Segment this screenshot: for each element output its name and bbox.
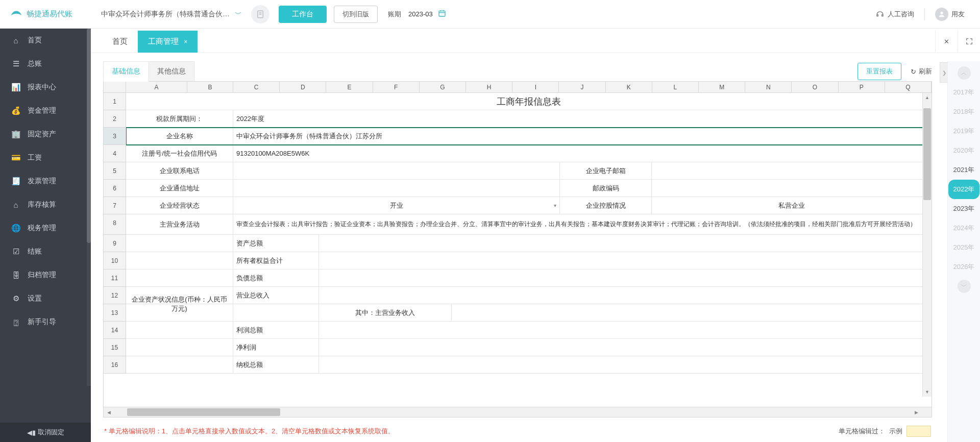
column-header[interactable]: D bbox=[280, 82, 326, 92]
close-all-button[interactable]: ✕ bbox=[935, 30, 958, 53]
nav-guide[interactable]: ⍰新手引导 bbox=[0, 310, 91, 334]
nav-reports[interactable]: 📊报表中心 bbox=[0, 76, 91, 99]
scroll-up-icon[interactable]: ▲ bbox=[923, 93, 932, 102]
unpin-button[interactable]: ◀▮ 取消固定 bbox=[0, 423, 91, 442]
row-header[interactable]: 13 bbox=[104, 304, 126, 322]
value-holding[interactable]: 私营企业 bbox=[652, 197, 932, 214]
reset-report-button[interactable]: 重置报表 bbox=[857, 63, 901, 80]
select-all-corner[interactable] bbox=[104, 82, 126, 92]
value-address[interactable] bbox=[233, 180, 560, 197]
tab-home[interactable]: 首页 bbox=[102, 31, 138, 53]
year-item[interactable]: 2018年 bbox=[948, 102, 980, 121]
row-header[interactable]: 16 bbox=[104, 356, 126, 374]
column-header[interactable]: M bbox=[699, 82, 745, 92]
year-item[interactable]: 2017年 bbox=[948, 83, 980, 102]
row-header[interactable]: 3 bbox=[104, 128, 126, 145]
column-header[interactable]: H bbox=[466, 82, 512, 92]
row-header[interactable]: 10 bbox=[104, 252, 126, 269]
row-header[interactable]: 9 bbox=[104, 235, 126, 252]
column-header[interactable]: C bbox=[233, 82, 280, 92]
user-menu[interactable]: 用友 bbox=[935, 8, 965, 21]
nav-settings[interactable]: ⚙设置 bbox=[0, 287, 91, 310]
column-header[interactable]: E bbox=[326, 82, 373, 92]
value-label-total-tax[interactable] bbox=[319, 356, 932, 373]
label-main-biz[interactable]: 主营业务活动 bbox=[126, 214, 233, 234]
label-total-tax[interactable]: 纳税总额 bbox=[233, 356, 319, 373]
label-liabilities[interactable]: 负债总额 bbox=[233, 269, 319, 286]
year-up-button[interactable]: ︿ bbox=[958, 66, 971, 80]
label-total-revenue[interactable]: 营业总收入 bbox=[233, 287, 319, 304]
column-header[interactable]: B bbox=[187, 82, 233, 92]
column-header[interactable]: A bbox=[126, 82, 187, 92]
row-header[interactable]: 8 bbox=[104, 214, 126, 235]
year-down-button[interactable]: ﹀ bbox=[958, 280, 971, 293]
row-header[interactable]: 7 bbox=[104, 197, 126, 214]
year-item[interactable]: 2022年 bbox=[948, 180, 980, 199]
value-label-total-assets[interactable] bbox=[319, 235, 932, 252]
calendar-icon[interactable] bbox=[438, 9, 446, 19]
column-header[interactable]: F bbox=[373, 82, 420, 92]
label-reg-code[interactable]: 注册号/统一社会信用代码 bbox=[126, 145, 233, 162]
year-item[interactable]: 2024年 bbox=[948, 218, 980, 238]
scroll-down-icon[interactable]: ▼ bbox=[923, 387, 932, 397]
year-item[interactable]: 2023年 bbox=[948, 199, 980, 218]
value-label-liabilities[interactable] bbox=[319, 269, 932, 286]
value-label-owner-equity[interactable] bbox=[319, 252, 932, 269]
label-owner-equity[interactable]: 所有者权益合计 bbox=[233, 252, 319, 269]
column-header[interactable]: J bbox=[559, 82, 605, 92]
label-status[interactable]: 企业经营状态 bbox=[126, 197, 233, 214]
column-header[interactable]: N bbox=[745, 82, 792, 92]
row-header[interactable]: 1 bbox=[104, 93, 126, 110]
label-email[interactable]: 企业电子邮箱 bbox=[560, 162, 652, 179]
vertical-scrollbar[interactable]: ▲ ▼ bbox=[922, 93, 932, 397]
fullscreen-button[interactable] bbox=[958, 30, 980, 53]
value-label-net-profit[interactable] bbox=[319, 339, 932, 356]
column-header[interactable]: G bbox=[420, 82, 466, 92]
doc-icon-button[interactable] bbox=[251, 5, 270, 23]
value-phone[interactable] bbox=[233, 162, 560, 179]
column-header[interactable]: P bbox=[839, 82, 885, 92]
label-net-profit[interactable]: 净利润 bbox=[233, 339, 319, 356]
label-holding[interactable]: 企业控股情况 bbox=[560, 197, 652, 214]
close-icon[interactable]: × bbox=[184, 38, 187, 45]
value-email[interactable] bbox=[652, 162, 932, 179]
label-address[interactable]: 企业通信地址 bbox=[126, 180, 233, 197]
year-item[interactable]: 2021年 bbox=[948, 160, 980, 180]
label-company-name[interactable]: 企业名称 bbox=[126, 128, 233, 144]
row-header[interactable]: 5 bbox=[104, 162, 126, 180]
nav-fixed-assets[interactable]: 🏢固定资产 bbox=[0, 122, 91, 146]
nav-tax[interactable]: 🌐税务管理 bbox=[0, 216, 91, 240]
tab-business-admin[interactable]: 工商管理 × bbox=[138, 31, 198, 53]
year-item[interactable]: 2026年 bbox=[948, 257, 980, 277]
column-header[interactable]: K bbox=[606, 82, 652, 92]
workbench-button[interactable]: 工作台 bbox=[279, 6, 327, 23]
nav-home[interactable]: ⌂首页 bbox=[0, 29, 91, 52]
label-phone[interactable]: 企业联系电话 bbox=[126, 162, 233, 179]
consult-button[interactable]: 人工咨询 bbox=[875, 10, 914, 19]
label-total-assets[interactable]: 资产总额 bbox=[233, 235, 319, 252]
subtab-basic[interactable]: 基础信息 bbox=[103, 61, 149, 82]
value-reg-code[interactable]: 91320100MA208E5W6K bbox=[233, 145, 932, 162]
label-main-revenue[interactable]: 其中：主营业务收入 bbox=[319, 304, 452, 321]
column-header[interactable]: I bbox=[512, 82, 559, 92]
value-label-total-revenue[interactable] bbox=[319, 287, 932, 304]
row-header[interactable]: 2 bbox=[104, 110, 126, 128]
value-empty[interactable] bbox=[233, 304, 319, 321]
year-item[interactable]: 2025年 bbox=[948, 238, 980, 257]
row-header[interactable]: 12 bbox=[104, 287, 126, 304]
row-header[interactable]: 11 bbox=[104, 269, 126, 287]
column-header[interactable]: O bbox=[792, 82, 838, 92]
value-main-biz[interactable]: 审查企业会计报表；出具审计报告；验证企业资本；出具验资报告；办理企业合并、分立、… bbox=[233, 214, 932, 234]
row-header[interactable]: 6 bbox=[104, 180, 126, 197]
nav-inventory[interactable]: ⌂库存核算 bbox=[0, 193, 91, 216]
row-header[interactable]: 4 bbox=[104, 145, 126, 162]
sidebar-scrollbar[interactable] bbox=[87, 29, 91, 386]
value-status[interactable]: 开业 bbox=[233, 197, 560, 214]
nav-salary[interactable]: 💳工资 bbox=[0, 146, 91, 169]
label-postcode[interactable]: 邮政编码 bbox=[560, 180, 652, 197]
horizontal-scrollbar[interactable]: ◀ ▶ bbox=[104, 407, 932, 417]
scroll-left-icon[interactable]: ◀ bbox=[104, 407, 114, 417]
label-total-profit[interactable]: 利润总额 bbox=[233, 322, 319, 338]
row-header[interactable]: 15 bbox=[104, 339, 126, 356]
nav-ledger[interactable]: ☰总账 bbox=[0, 52, 91, 76]
